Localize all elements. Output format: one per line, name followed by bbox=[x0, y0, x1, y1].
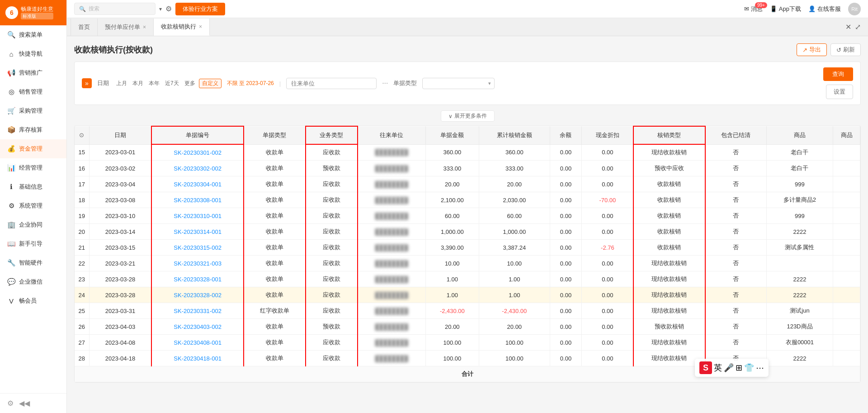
table-row: 21 2023-03-15 SK-20230315-002 收款单 应收款 ██… bbox=[75, 240, 860, 256]
watermark-grid-icon[interactable]: ⊞ bbox=[736, 363, 742, 373]
sidebar-item-system[interactable]: ⚙ 系统管理 bbox=[0, 196, 66, 215]
settings-icon[interactable]: ⚙ bbox=[7, 399, 14, 408]
sidebar-item-sales[interactable]: ◎ 销售管理 bbox=[0, 82, 66, 101]
tab-collection-close[interactable]: × bbox=[199, 24, 202, 30]
sn-link[interactable]: SK-20230321-003 bbox=[174, 260, 222, 267]
sn-link[interactable]: SK-20230301-002 bbox=[174, 149, 222, 156]
expand-label: 展开更多条件 bbox=[454, 112, 487, 120]
sidebar-item-purchase[interactable]: 🛒 采购管理 bbox=[0, 101, 66, 120]
sn-link[interactable]: SK-20230328-001 bbox=[174, 276, 222, 283]
cell-date: 2023-04-03 bbox=[89, 319, 151, 335]
industry-solution-button[interactable]: 体验行业方案 bbox=[175, 3, 225, 15]
sidebar-item-operations[interactable]: 📊 经营管理 bbox=[0, 158, 66, 177]
topbar-dropdown[interactable]: ▾ bbox=[159, 6, 162, 12]
col-header-bill-type: 单据类型 bbox=[244, 126, 306, 144]
cell-unit: ████████ bbox=[358, 192, 425, 208]
watermark-more-icon[interactable]: ⋯ bbox=[756, 363, 764, 373]
col-header-unit: 往来单位 bbox=[358, 126, 425, 144]
sn-link[interactable]: SK-20230302-002 bbox=[174, 165, 222, 172]
cell-biz-type: 应收款 bbox=[306, 144, 358, 161]
filter-unit-input[interactable] bbox=[286, 78, 377, 89]
maximize-icon[interactable]: ⤢ bbox=[855, 23, 861, 31]
online-service-button[interactable]: 👤 在线客服 bbox=[808, 5, 841, 13]
sidebar-item-corp[interactable]: 🏢 企业协同 bbox=[0, 215, 66, 234]
sn-link[interactable]: SK-20230408-001 bbox=[174, 339, 222, 346]
table-body: 15 2023-03-01 SK-20230301-002 收款单 应收款 ██… bbox=[75, 144, 860, 366]
table-settings-icon[interactable]: ⊙ bbox=[75, 126, 89, 144]
filter-date-last-month[interactable]: 上月 bbox=[114, 79, 129, 88]
watermark-chinese-icon[interactable]: 英 bbox=[714, 362, 722, 373]
filter-dots[interactable]: ··· bbox=[382, 79, 388, 87]
query-button[interactable]: 查询 bbox=[823, 67, 853, 81]
filter-date-this-month[interactable]: 本月 bbox=[131, 79, 145, 88]
message-button[interactable]: ✉ 消息 99+ bbox=[744, 5, 763, 13]
cell-goods1: 2222 bbox=[766, 271, 833, 287]
cell-discount: 0.00 bbox=[582, 208, 633, 224]
sidebar-item-finance[interactable]: 💰 资金管理 bbox=[0, 139, 66, 158]
sn-link[interactable]: SK-20230418-001 bbox=[174, 355, 222, 362]
sn-link[interactable]: SK-20230403-002 bbox=[174, 323, 222, 330]
logo-badge: 标准版 bbox=[21, 13, 53, 19]
app-download-button[interactable]: 📱 App下载 bbox=[770, 5, 801, 13]
cell-no: 17 bbox=[75, 176, 89, 192]
sidebar-bottom: ⚙ ◀◀ bbox=[0, 393, 66, 413]
sidebar-item-marketing[interactable]: 📢 营销推广 bbox=[0, 63, 66, 82]
cell-goods1: 999 bbox=[766, 208, 833, 224]
topbar-search-box[interactable]: 🔍 搜索 bbox=[74, 3, 156, 15]
table-row: 20 2023-03-14 SK-20230314-001 收款单 应收款 ██… bbox=[75, 224, 860, 240]
filter-type-select[interactable] bbox=[422, 78, 495, 89]
col-header-sn: 单据编号 bbox=[151, 126, 243, 144]
cell-unit: ████████ bbox=[358, 224, 425, 240]
cell-date: 2023-03-01 bbox=[89, 144, 151, 161]
filter-date-custom[interactable]: 自定义 bbox=[199, 79, 222, 88]
topbar-gear-icon[interactable]: ⚙ bbox=[165, 5, 172, 13]
sidebar-item-search[interactable]: 🔍 搜索菜单 bbox=[0, 25, 66, 44]
sidebar-item-guide[interactable]: 📖 新手引导 bbox=[0, 234, 66, 253]
cell-cancel-amt: 10.00 bbox=[479, 256, 550, 271]
expand-conditions-button[interactable]: ∨ 展开更多条件 bbox=[441, 110, 495, 122]
tab-home[interactable]: 首页 bbox=[71, 19, 98, 36]
watermark-shirt-icon[interactable]: 👕 bbox=[744, 363, 754, 373]
sidebar-item-wechat[interactable]: 💬 企业微信 bbox=[0, 272, 66, 291]
sn-link[interactable]: SK-20230315-002 bbox=[174, 244, 222, 251]
cell-bill-type: 收款单 bbox=[244, 176, 306, 192]
cell-goods2 bbox=[833, 287, 860, 303]
filter-date-this-year[interactable]: 本年 bbox=[147, 79, 161, 88]
cell-balance: 0.00 bbox=[550, 224, 582, 240]
cell-bill-type: 收款单 bbox=[244, 208, 306, 224]
sidebar-item-quicknav[interactable]: ⌂ 快捷导航 bbox=[0, 44, 66, 63]
sn-link[interactable]: SK-20230310-001 bbox=[174, 213, 222, 219]
filter-settings-button[interactable]: 设置 bbox=[826, 85, 853, 99]
refresh-button[interactable]: ↺ 刷新 bbox=[830, 43, 861, 56]
tab-collection[interactable]: 收款核销执行 × bbox=[154, 19, 210, 36]
sn-link[interactable]: SK-20230328-002 bbox=[174, 292, 222, 299]
sidebar-item-inventory[interactable]: 📦 库存核算 bbox=[0, 120, 66, 139]
cell-biz-type: 应收款 bbox=[306, 351, 358, 366]
collapse-icon[interactable]: ◀◀ bbox=[19, 399, 30, 408]
cell-cancel-type: 现结收款核销 bbox=[633, 271, 705, 287]
sn-link[interactable]: SK-20230331-002 bbox=[174, 308, 222, 314]
tab-prepay-label: 预付单应付单 bbox=[105, 23, 140, 31]
watermark-mic-icon[interactable]: 🎤 bbox=[724, 363, 734, 373]
close-all-tabs-icon[interactable]: ✕ bbox=[845, 23, 851, 31]
filter-toggle-button[interactable]: » bbox=[82, 78, 92, 88]
member-icon: V bbox=[7, 297, 15, 305]
table-row: 22 2023-03-21 SK-20230321-003 收款单 应收款 ██… bbox=[75, 256, 860, 271]
sidebar-item-hardware[interactable]: 🔧 智能硬件 bbox=[0, 253, 66, 272]
export-button[interactable]: ↗ 导出 bbox=[797, 43, 827, 56]
filter-date-more[interactable]: 更多 bbox=[183, 79, 197, 88]
cell-date: 2023-03-28 bbox=[89, 271, 151, 287]
tab-prepay[interactable]: 预付单应付单 × bbox=[98, 19, 154, 36]
data-table: ⊙ 日期 单据编号 单据类型 业务类型 往来单位 单据金额 累计核销金额 余额 … bbox=[75, 126, 860, 382]
cell-goods2 bbox=[833, 176, 860, 192]
cell-goods2 bbox=[833, 224, 860, 240]
avatar[interactable]: Rit bbox=[848, 3, 861, 15]
sidebar-item-basic[interactable]: ℹ 基础信息 bbox=[0, 177, 66, 196]
cell-cancel-amt: 20.00 bbox=[479, 319, 550, 335]
tab-prepay-close[interactable]: × bbox=[143, 24, 146, 30]
sn-link[interactable]: SK-20230304-001 bbox=[174, 181, 222, 188]
sn-link[interactable]: SK-20230314-001 bbox=[174, 228, 222, 235]
sn-link[interactable]: SK-20230308-001 bbox=[174, 197, 222, 204]
filter-date-7days[interactable]: 近7天 bbox=[163, 79, 181, 88]
sidebar-item-member[interactable]: V 畅会员 bbox=[0, 291, 66, 310]
